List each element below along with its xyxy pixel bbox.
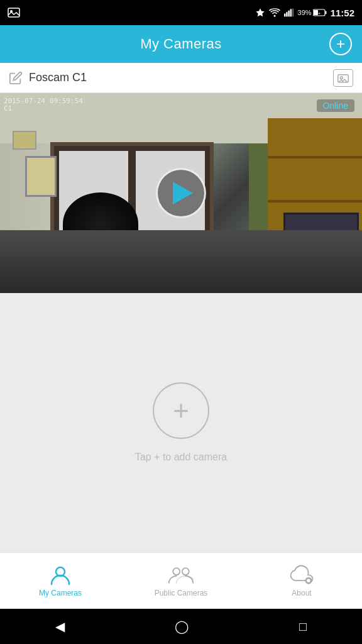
camera-label-row: Foscam C1 bbox=[0, 63, 362, 93]
svg-rect-6 bbox=[292, 9, 293, 17]
svg-rect-9 bbox=[325, 11, 326, 14]
status-bar: 39% + 11:52 bbox=[0, 0, 362, 25]
svg-rect-5 bbox=[290, 9, 291, 16]
svg-point-17 bbox=[307, 579, 310, 582]
camera-label-left: Foscam C1 bbox=[9, 71, 87, 85]
image-icon bbox=[8, 8, 20, 18]
nav-label-about: About bbox=[292, 589, 311, 597]
add-camera-circle-button[interactable]: + bbox=[153, 382, 209, 439]
svg-rect-2 bbox=[284, 14, 285, 17]
edit-icon[interactable] bbox=[9, 71, 23, 85]
back-button[interactable]: ◀ bbox=[55, 619, 65, 634]
status-time: 11:52 bbox=[331, 8, 354, 18]
camera-timestamp: 2015-07-24 09:59:54 bbox=[4, 97, 83, 105]
camera-feed[interactable]: 2015-07-24 09:59:54 C1 Online bbox=[0, 93, 362, 293]
camera-card: Foscam C1 bbox=[0, 63, 362, 293]
system-navigation-bar: ◀ ◯ □ bbox=[0, 609, 362, 644]
star-icon bbox=[255, 8, 265, 18]
nav-item-my-cameras[interactable]: My Cameras bbox=[0, 553, 121, 609]
play-triangle-icon bbox=[173, 182, 193, 204]
online-badge: Online bbox=[317, 99, 354, 112]
signal-icon bbox=[284, 8, 294, 17]
picture-frame bbox=[25, 156, 57, 197]
svg-point-14 bbox=[173, 568, 180, 575]
svg-point-12 bbox=[341, 76, 343, 79]
header-title: My Cameras bbox=[140, 36, 222, 52]
header-add-button[interactable]: + bbox=[329, 33, 352, 55]
tap-hint-label: Tap + to add camera bbox=[135, 452, 227, 463]
nav-item-public-cameras[interactable]: Public Cameras bbox=[121, 553, 241, 609]
small-picture bbox=[13, 131, 36, 150]
nav-item-about[interactable]: About bbox=[241, 553, 362, 609]
nav-label-public-cameras: Public Cameras bbox=[155, 589, 208, 597]
wifi-icon bbox=[269, 8, 280, 17]
camera-name: Foscam C1 bbox=[29, 71, 87, 84]
battery-icon: 39% + bbox=[298, 9, 327, 16]
app-header: My Cameras + bbox=[0, 25, 362, 63]
svg-rect-8 bbox=[314, 10, 318, 15]
public-cameras-icon bbox=[168, 565, 194, 586]
svg-text:+: + bbox=[318, 11, 321, 16]
svg-rect-4 bbox=[288, 11, 289, 17]
svg-rect-0 bbox=[8, 8, 19, 17]
about-icon bbox=[289, 565, 314, 586]
camera-id-label: C1 bbox=[4, 104, 12, 113]
svg-rect-3 bbox=[286, 12, 287, 16]
my-cameras-icon bbox=[50, 565, 71, 586]
home-button[interactable]: ◯ bbox=[175, 619, 189, 634]
recents-button[interactable]: □ bbox=[299, 619, 307, 634]
empty-camera-area: + Tap + to add camera bbox=[0, 293, 362, 552]
gallery-icon[interactable] bbox=[333, 69, 353, 87]
nav-label-my-cameras: My Cameras bbox=[39, 589, 82, 597]
svg-point-15 bbox=[182, 568, 189, 575]
status-bar-right: 39% + 11:52 bbox=[255, 8, 354, 18]
play-button[interactable] bbox=[156, 168, 206, 218]
bottom-navigation: My Cameras Public Cameras About bbox=[0, 552, 362, 609]
status-bar-left bbox=[8, 8, 20, 18]
